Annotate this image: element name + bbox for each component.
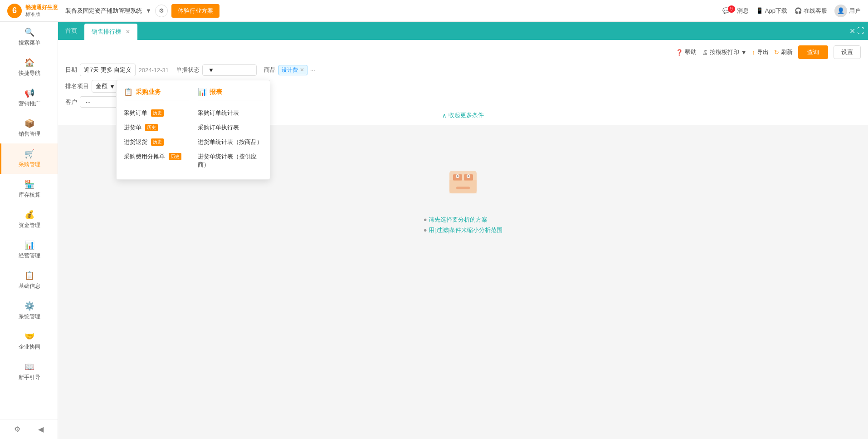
sidebar-label-search: 搜索菜单 bbox=[19, 39, 40, 47]
online-service-label: 在线客服 bbox=[804, 7, 827, 15]
purchase-menu-col: 📋 采购业务 采购订单 历史 进货单 历史 进货退货 bbox=[124, 88, 189, 172]
system-icon: ⚙️ bbox=[24, 301, 34, 311]
report-goods-product-label: 进货单统计表（按商品） bbox=[198, 138, 263, 146]
home-icon: 🏠 bbox=[24, 58, 34, 68]
sidebar-label-purchase: 采购管理 bbox=[19, 161, 40, 168]
sidebar-label-finance: 资金管理 bbox=[19, 222, 40, 229]
report-col-header: 📊 报表 bbox=[198, 88, 263, 100]
system-name: 装备及固定资产辅助管理系统 bbox=[65, 7, 142, 15]
report-col-icon: 📊 bbox=[198, 88, 207, 96]
purchase-expense-label: 采购费用分摊单 bbox=[124, 153, 165, 161]
sidebar-label-quick-nav: 快捷导航 bbox=[19, 69, 40, 77]
report-order-exec-label: 采购订单执行表 bbox=[198, 123, 239, 132]
report-goods-supplier-label: 进货单统计表（按供应商） bbox=[198, 153, 263, 169]
sidebar-bottom: ⚙ ◀ bbox=[0, 419, 58, 439]
content-area: 首页 销售排行榜 ✕ ✕ ⛶ ❓ bbox=[58, 22, 868, 439]
purchase-order-label: 采购订单 bbox=[124, 109, 147, 117]
system-dropdown-arrow[interactable]: ▼ bbox=[146, 7, 151, 14]
trial-button[interactable]: 体验行业方案 bbox=[171, 4, 219, 18]
purchase-dropdown-menu: 📋 采购业务 采购订单 历史 进货单 历史 进货退货 bbox=[116, 80, 270, 180]
tab-sales-ranking-close[interactable]: ✕ bbox=[126, 29, 130, 35]
tab-bar: 首页 销售排行榜 ✕ ✕ ⛶ bbox=[58, 22, 868, 40]
sidebar-item-sales[interactable]: 📦 销售管理 bbox=[0, 113, 58, 143]
sidebar-item-inventory[interactable]: 🏪 库存核算 bbox=[0, 174, 58, 204]
sidebar-label-marketing: 营销推广 bbox=[19, 100, 40, 108]
sidebar-item-operations[interactable]: 📊 经营管理 bbox=[0, 235, 58, 265]
purchase-goods-label: 进货单 bbox=[124, 123, 141, 132]
user-avatar: 👤 bbox=[834, 5, 847, 17]
maximize-icon[interactable]: ⛶ bbox=[857, 27, 864, 35]
sidebar-label-inventory: 库存核算 bbox=[19, 191, 40, 199]
purchase-col-title: 采购业务 bbox=[136, 88, 161, 96]
brand-name: 畅捷通好生意 bbox=[25, 4, 58, 11]
app-download-btn[interactable]: 📱 App下载 bbox=[756, 7, 787, 15]
finance-icon: 💰 bbox=[24, 210, 34, 220]
tab-sales-ranking-label: 销售排行榜 bbox=[92, 28, 121, 36]
sidebar-label-guide: 新手引导 bbox=[19, 374, 40, 381]
logo-area: 6 畅捷通好生意 标准版 bbox=[7, 4, 65, 18]
report-order-exec-item[interactable]: 采购订单执行表 bbox=[198, 120, 263, 135]
purchase-return-item[interactable]: 进货退货 历史 bbox=[124, 135, 189, 149]
sidebar-label-basic-info: 基础信息 bbox=[19, 282, 40, 290]
purchase-order-item[interactable]: 采购订单 历史 bbox=[124, 106, 189, 120]
sidebar-item-system[interactable]: ⚙️ 系统管理 bbox=[0, 296, 58, 326]
report-goods-supplier-item[interactable]: 进货单统计表（按供应商） bbox=[198, 149, 263, 172]
logo-text: 畅捷通好生意 标准版 bbox=[25, 4, 58, 18]
sidebar-item-search[interactable]: 🔍 搜索菜单 bbox=[0, 22, 58, 52]
app-download-label: App下载 bbox=[765, 7, 787, 15]
online-service-btn[interactable]: 🎧 在线客服 bbox=[795, 7, 827, 15]
report-menu-col: 📊 报表 采购订单统计表 采购订单执行表 进货单统计表（按商品） bbox=[198, 88, 263, 172]
sales-icon: 📦 bbox=[24, 118, 34, 128]
search-icon: 🔍 bbox=[24, 27, 34, 37]
purchase-expense-item[interactable]: 采购费用分摊单 历史 bbox=[124, 149, 189, 164]
notification-badge: 9 bbox=[728, 5, 735, 13]
sidebar: 🔍 搜索菜单 🏠 快捷导航 📢 营销推广 📦 销售管理 🛒 采购管理 🏪 bbox=[0, 22, 58, 439]
basic-info-icon: 📋 bbox=[24, 271, 34, 281]
sidebar-label-system: 系统管理 bbox=[19, 313, 40, 321]
operations-icon: 📊 bbox=[24, 240, 34, 250]
tab-close-all: ✕ ⛶ bbox=[849, 27, 864, 35]
topbar-center: 装备及固定资产辅助管理系统 ▼ ⚙ 体验行业方案 bbox=[65, 4, 722, 18]
report-order-stat-item[interactable]: 采购订单统计表 bbox=[198, 106, 263, 120]
purchase-goods-item[interactable]: 进货单 历史 bbox=[124, 120, 189, 135]
inventory-icon: 🏪 bbox=[24, 179, 34, 189]
close-all-icon[interactable]: ✕ bbox=[849, 27, 855, 35]
purchase-return-history: 历史 bbox=[151, 138, 164, 146]
purchase-col-header: 📋 采购业务 bbox=[124, 88, 189, 100]
megaphone-icon: 📢 bbox=[24, 88, 34, 98]
purchase-icon: 🛒 bbox=[24, 149, 34, 159]
sidebar-item-basic-info[interactable]: 📋 基础信息 bbox=[0, 265, 58, 296]
report-order-stat-label: 采购订单统计表 bbox=[198, 109, 239, 117]
purchase-expense-history: 历史 bbox=[169, 153, 181, 160]
user-label: 用户 bbox=[849, 7, 861, 15]
sidebar-settings-btn[interactable]: ⚙ bbox=[14, 425, 20, 434]
tab-sales-ranking[interactable]: 销售排行榜 ✕ bbox=[84, 24, 137, 40]
purchase-goods-history: 历史 bbox=[145, 124, 158, 131]
phone-icon: 📱 bbox=[756, 7, 763, 14]
topbar-right: 💬 9 消息 📱 App下载 🎧 在线客服 👤 用户 bbox=[722, 5, 861, 17]
sidebar-label-enterprise: 企业协同 bbox=[19, 343, 40, 351]
headset-icon: 🎧 bbox=[795, 7, 802, 14]
sidebar-item-marketing[interactable]: 📢 营销推广 bbox=[0, 83, 58, 113]
report-goods-product-item[interactable]: 进货单统计表（按商品） bbox=[198, 135, 263, 149]
guide-icon: 📖 bbox=[24, 362, 34, 372]
tab-home-label: 首页 bbox=[65, 27, 77, 35]
sidebar-item-guide[interactable]: 📖 新手引导 bbox=[0, 356, 58, 387]
topbar-settings-btn[interactable]: ⚙ bbox=[155, 5, 168, 17]
sidebar-item-quick-nav[interactable]: 🏠 快捷导航 bbox=[0, 52, 58, 83]
tab-home[interactable]: 首页 bbox=[58, 22, 84, 40]
logo-icon: 6 bbox=[7, 4, 22, 18]
sidebar-label-operations: 经营管理 bbox=[19, 252, 40, 260]
purchase-col-icon: 📋 bbox=[124, 88, 133, 96]
sidebar-item-finance[interactable]: 💰 资金管理 bbox=[0, 204, 58, 235]
sidebar-label-sales: 销售管理 bbox=[19, 130, 40, 138]
sidebar-item-enterprise[interactable]: 🤝 企业协同 bbox=[0, 326, 58, 356]
edition-label: 标准版 bbox=[25, 11, 58, 17]
sidebar-collapse-btn[interactable]: ◀ bbox=[38, 425, 44, 434]
main-content: ❓ 帮助 🖨 按模板打印 ▼ ↑ 导出 ↻ bbox=[58, 40, 868, 439]
purchase-order-history: 历史 bbox=[151, 109, 164, 117]
sidebar-item-purchase[interactable]: 🛒 采购管理 bbox=[0, 143, 58, 174]
user-btn[interactable]: 👤 用户 bbox=[834, 5, 861, 17]
report-col-title: 报表 bbox=[210, 88, 222, 96]
notification-btn[interactable]: 💬 9 消息 bbox=[722, 7, 749, 15]
